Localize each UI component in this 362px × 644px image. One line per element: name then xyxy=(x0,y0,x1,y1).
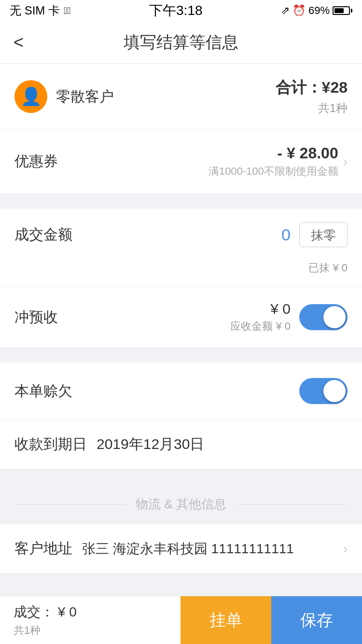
debit-toggle[interactable] xyxy=(299,378,348,404)
deal-prefix: 成交： xyxy=(14,604,54,619)
status-right: ⇗ ⏰ 69% xyxy=(281,4,352,17)
section-divider-1 xyxy=(0,201,362,209)
customer-card: 👤 零散客户 合计：¥28 共1种 优惠券 - ¥ 28.00 满1000-10… xyxy=(0,64,362,193)
coupon-discount: - ¥ 28.00 xyxy=(209,144,338,162)
logistics-line-right xyxy=(236,504,348,504)
coupon-right: - ¥ 28.00 满1000-100不限制使用金额 › xyxy=(209,144,348,179)
address-card: 客户地址 张三 海淀永丰科技园 11111111111 › xyxy=(0,524,362,573)
nav-bar: < 填写结算等信息 xyxy=(0,21,362,64)
bottom-deal-text: 成交： ¥ 0 xyxy=(14,603,167,621)
address-chevron-icon: › xyxy=(343,541,348,557)
section-divider-2 xyxy=(0,355,362,363)
debit-card: 本单赊欠 收款到期日 2019年12月30日 xyxy=(0,363,362,469)
deal-amount-right: 抹零 xyxy=(252,222,348,247)
address-label: 客户地址 xyxy=(14,539,72,559)
due-date-label: 收款到期日 xyxy=(14,434,87,454)
content-area: 👤 零散客户 合计：¥28 共1种 优惠券 - ¥ 28.00 满1000-10… xyxy=(0,64,362,644)
status-time: 下午3:18 xyxy=(149,1,203,20)
bottom-count: 共1种 xyxy=(14,623,167,638)
already-zeroed-row: 已抹 ¥ 0 xyxy=(0,261,362,287)
due-date-row: 收款到期日 2019年12月30日 xyxy=(0,420,362,469)
location-icon: ⇗ xyxy=(281,4,290,17)
battery-percent: 69% xyxy=(308,4,330,17)
debit-label: 本单赊欠 xyxy=(14,381,72,401)
chong-sub: 应收金额 ¥ 0 xyxy=(230,319,291,334)
deal-amount-card: 成交金额 抹零 已抹 ¥ 0 冲预收 ¥ 0 应收金额 ¥ 0 xyxy=(0,209,362,347)
deal-amount-bottom: ¥ 0 xyxy=(58,604,77,619)
avatar-icon: 👤 xyxy=(20,86,42,107)
battery-icon xyxy=(333,6,352,15)
status-bar: 无 SIM 卡 ⊙⃝ 下午3:18 ⇗ ⏰ 69% xyxy=(0,0,362,21)
total-count: 共1种 xyxy=(276,100,348,116)
customer-total: 合计：¥28 共1种 xyxy=(276,77,348,116)
section-divider-3 xyxy=(0,476,362,484)
already-zeroed-text: 已抹 ¥ 0 xyxy=(308,261,348,275)
debit-row: 本单赊欠 xyxy=(0,363,362,420)
bottom-summary: 成交： ¥ 0 共1种 xyxy=(0,603,181,638)
customer-row: 👤 零散客户 合计：¥28 共1种 xyxy=(0,64,362,129)
chong-amount-block: ¥ 0 应收金额 ¥ 0 xyxy=(230,301,291,334)
coupon-value-block: - ¥ 28.00 满1000-100不限制使用金额 xyxy=(209,144,338,179)
chong-toggle[interactable] xyxy=(299,304,348,330)
alarm-icon: ⏰ xyxy=(292,4,306,17)
round-zero-button[interactable]: 抹零 xyxy=(299,222,348,247)
wifi-icon: ⊙⃝ xyxy=(64,5,71,16)
chevron-right-icon: › xyxy=(343,154,348,169)
save-button[interactable]: 保存 xyxy=(271,596,362,644)
logistics-text: 物流 & 其他信息 xyxy=(136,496,226,513)
total-amount: 合计：¥28 xyxy=(276,77,348,98)
chong-label: 冲预收 xyxy=(14,308,58,327)
deal-amount-row: 成交金额 抹零 xyxy=(0,209,362,261)
chong-amount: ¥ 0 xyxy=(230,301,291,317)
page-title: 填写结算等信息 xyxy=(124,31,238,54)
coupon-label: 优惠券 xyxy=(14,152,58,171)
status-left: 无 SIM 卡 ⊙⃝ xyxy=(10,3,71,18)
deal-amount-input[interactable] xyxy=(252,225,291,244)
logistics-line-left xyxy=(14,504,126,504)
logistics-divider: 物流 & 其他信息 xyxy=(0,484,362,524)
address-row[interactable]: 客户地址 张三 海淀永丰科技园 11111111111 › xyxy=(0,524,362,573)
address-value: 张三 海淀永丰科技园 11111111111 xyxy=(82,540,334,558)
customer-name: 零散客户 xyxy=(56,87,114,107)
due-date-value: 2019年12月30日 xyxy=(97,434,204,454)
coupon-row[interactable]: 优惠券 - ¥ 28.00 满1000-100不限制使用金额 › xyxy=(0,129,362,193)
chong-right: ¥ 0 应收金额 ¥ 0 xyxy=(230,301,348,334)
back-button[interactable]: < xyxy=(14,32,24,53)
avatar: 👤 xyxy=(14,80,47,113)
chong-yushou-row: 冲预收 ¥ 0 应收金额 ¥ 0 xyxy=(0,287,362,347)
hold-button[interactable]: 挂单 xyxy=(181,596,271,644)
customer-left: 👤 零散客户 xyxy=(14,80,114,113)
bottom-bar: 成交： ¥ 0 共1种 挂单 保存 xyxy=(0,596,362,644)
carrier-text: 无 SIM 卡 xyxy=(10,3,60,18)
deal-amount-label: 成交金额 xyxy=(14,225,72,245)
coupon-desc: 满1000-100不限制使用金额 xyxy=(209,164,338,179)
